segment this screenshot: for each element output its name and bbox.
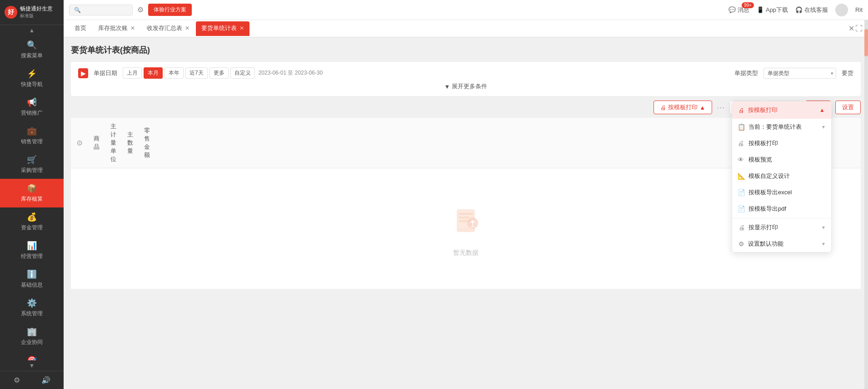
tab-order-stats[interactable]: 要货单统计表 ✕ xyxy=(196,21,249,36)
sidebar-item-guide[interactable]: 🎯 新手引导 xyxy=(0,351,64,360)
sidebar-item-finance[interactable]: 💰 资金管理 xyxy=(0,207,64,236)
col-settings[interactable]: ⚙ xyxy=(71,118,88,168)
finance-icon: 💰 xyxy=(27,212,37,222)
sidebar-item-system[interactable]: ⚙️ 系统管理 xyxy=(0,293,64,322)
page-content: 要货单统计表(按商品) ▶ 单据日期 上月 本月 本年 近7天 更多 自定义 2… xyxy=(64,37,868,389)
date-btn-more[interactable]: 更多 xyxy=(210,67,229,79)
template-print-icon: 🖨 xyxy=(738,140,744,147)
dropdown-divider-1 xyxy=(732,218,831,218)
search-topbar-icon: 🔍 xyxy=(74,7,81,13)
date-btn-current[interactable]: 本月 xyxy=(144,67,163,79)
sidebar-item-basic[interactable]: ℹ️ 基础信息 xyxy=(0,265,64,293)
app-download-action[interactable]: 📱 App下载 xyxy=(757,6,788,14)
print-template-btn[interactable]: 🖨 按模板打印 ▲ xyxy=(653,101,712,114)
display-print-icon: 🖨 xyxy=(738,224,745,231)
sidebar-bottom: ⚙ 🔊 xyxy=(0,371,64,389)
sidebar-item-marketing[interactable]: 📢 营销推广 xyxy=(0,93,64,121)
table-settings-icon[interactable]: ⚙ xyxy=(76,139,83,147)
tab-receipt-summary[interactable]: 收发存汇总表 ✕ xyxy=(141,21,195,36)
dropdown-default-func[interactable]: ⚙ 设置默认功能 ▾ xyxy=(732,236,831,252)
settings-btn[interactable]: 设置 xyxy=(835,101,861,114)
tab-maximize-btn[interactable]: ⛶ xyxy=(855,25,863,33)
sidebar-item-search[interactable]: 🔍 搜索菜单 xyxy=(0,35,64,64)
trial-btn[interactable]: 体验行业方案 xyxy=(148,4,192,16)
print-icon: 🖨 xyxy=(660,104,666,111)
operations-icon: 📊 xyxy=(27,241,37,251)
dropdown-close-chevron[interactable]: ▲ xyxy=(819,107,825,113)
search-icon: 🔍 xyxy=(27,40,37,50)
date-range-text: 2023-06-01 至 2023-06-30 xyxy=(259,69,323,77)
sidebar-item-enterprise[interactable]: 🏢 企业协同 xyxy=(0,322,64,351)
template-preview-icon: 👁 xyxy=(738,156,744,163)
filter-row-1: ▶ 单据日期 上月 本月 本年 近7天 更多 自定义 2023-06-01 至 … xyxy=(78,67,853,79)
date-btn-7days[interactable]: 近7天 xyxy=(185,67,208,79)
dropdown-current-item[interactable]: 📋 当前：要货单统计表 ▾ xyxy=(732,119,831,135)
sidebar-item-purchase[interactable]: 🛒 采购管理 xyxy=(0,150,64,179)
sound-bottom-btn[interactable]: 🔊 xyxy=(41,376,50,384)
quicknav-icon: ⚡ xyxy=(27,69,37,79)
date-buttons: 上月 本月 本年 近7天 更多 自定义 2023-06-01 至 2023-06… xyxy=(123,67,323,79)
col-retail: 零售金额 xyxy=(139,118,155,168)
default-func-arrow: ▾ xyxy=(822,241,825,247)
print-dropdown-menu: 🖨 按模板打印 ▲ 📋 当前：要货单统计表 ▾ 🖨 按模板打印 👁 模板预览 📐 xyxy=(732,101,832,253)
more-options-icon[interactable]: ⋯ xyxy=(717,102,725,112)
date-btn-year[interactable]: 本年 xyxy=(165,67,184,79)
sidebar-item-quick-nav[interactable]: ⚡ 快捷导航 xyxy=(0,64,64,93)
dropdown-template-print[interactable]: 🖨 按模板打印 xyxy=(732,135,831,152)
date-btn-prev[interactable]: 上月 xyxy=(123,67,142,79)
topbar-gear-icon[interactable]: ⚙ xyxy=(137,5,144,14)
guide-icon: 🎯 xyxy=(27,355,37,360)
online-service-icon: 🎧 xyxy=(795,6,803,13)
svg-rect-2 xyxy=(459,213,473,215)
topbar: 🔍 ⚙ 体验行业方案 💬 消息 99+ 📱 App下载 🎧 在线客服 Rit xyxy=(64,0,868,20)
date-filter-label: 单据日期 xyxy=(94,69,117,77)
topbar-search[interactable]: 🔍 xyxy=(69,5,133,15)
filter-row-2: ▼ 展开更多条件 xyxy=(78,82,853,91)
filter-toggle-icon[interactable]: ▶ xyxy=(78,68,88,78)
empty-illustration xyxy=(448,200,484,243)
enterprise-icon: 🏢 xyxy=(27,327,37,337)
print-chevron-icon: ▲ xyxy=(699,104,705,111)
dropdown-template-design[interactable]: 📐 模板自定义设计 xyxy=(732,168,831,184)
sidebar-item-sales[interactable]: 💼 销售管理 xyxy=(0,121,64,150)
settings-bottom-btn[interactable]: ⚙ xyxy=(14,376,20,384)
tab-close-inventory-batch[interactable]: ✕ xyxy=(130,25,135,31)
scroll-down-arrow[interactable]: ▼ xyxy=(0,360,64,371)
sidebar: 好 畅捷通好生意 标准版 ▲ 🔍 搜索菜单 ⚡ 快捷导航 📢 营销推广 💼 销售… xyxy=(0,0,64,389)
tab-close-receipt-summary[interactable]: ✕ xyxy=(185,25,190,31)
doc-type-select[interactable]: 单据类型 xyxy=(763,68,836,79)
current-template-icon: 📋 xyxy=(738,123,745,131)
default-func-icon: ⚙ xyxy=(738,240,744,248)
logo-text: 畅捷通好生意 标准版 xyxy=(20,5,53,19)
scroll-up-arrow[interactable]: ▲ xyxy=(0,25,64,35)
display-print-arrow: ▾ xyxy=(822,224,825,231)
dropdown-template-excel[interactable]: 📄 按模板导出excel xyxy=(732,184,831,201)
dropdown-title: 🖨 按模板打印 xyxy=(738,106,778,114)
tab-close-window-btn[interactable]: ✕ xyxy=(848,24,854,33)
sales-icon: 💼 xyxy=(27,126,37,136)
page-title: 要货单统计表(按商品) xyxy=(71,45,861,56)
user-avatar[interactable] xyxy=(835,4,848,16)
online-service-action[interactable]: 🎧 在线客服 xyxy=(795,6,828,14)
tabs-bar: 首页 库存批次账 ✕ 收发存汇总表 ✕ 要货单统计表 ✕ ✕ ⛶ xyxy=(64,20,868,37)
scrollbar-thumb xyxy=(864,29,868,56)
message-icon: 💬 xyxy=(728,6,736,13)
date-btn-custom[interactable]: 自定义 xyxy=(230,67,255,79)
dropdown-template-pdf[interactable]: 📄 按模板导出pdf xyxy=(732,201,831,217)
expand-more-btn[interactable]: ▼ 展开更多条件 xyxy=(444,82,488,91)
basic-icon: ℹ️ xyxy=(27,269,37,279)
dropdown-display-print[interactable]: 🖨 按显示打印 ▾ xyxy=(732,219,831,236)
right-scrollbar[interactable] xyxy=(864,20,868,389)
tab-home[interactable]: 首页 xyxy=(69,21,92,36)
purchase-icon: 🛒 xyxy=(27,155,37,165)
tab-close-order-stats[interactable]: ✕ xyxy=(239,25,244,31)
filter-bar: ▶ 单据日期 上月 本月 本年 近7天 更多 自定义 2023-06-01 至 … xyxy=(71,62,861,96)
message-action[interactable]: 💬 消息 99+ xyxy=(728,6,749,14)
col-goods: 商品 xyxy=(88,118,105,168)
col-unit: 主计量单位 xyxy=(105,118,122,168)
sidebar-item-inventory[interactable]: 📦 库存核算 xyxy=(0,179,64,207)
sidebar-item-operations[interactable]: 📊 经营管理 xyxy=(0,236,64,265)
col-quantity: 主数量 xyxy=(122,118,139,168)
tab-inventory-batch[interactable]: 库存批次账 ✕ xyxy=(93,21,140,36)
dropdown-template-preview[interactable]: 👁 模板预览 xyxy=(732,152,831,168)
